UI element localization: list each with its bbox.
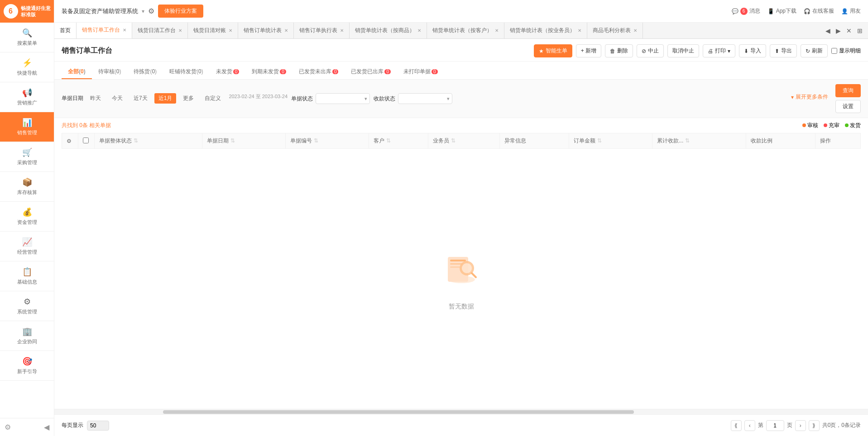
set-button[interactable]: 设置 [835, 100, 861, 113]
tab-cash-reconcile[interactable]: 钱货日清对账 ✕ [188, 23, 238, 39]
sidebar-item-operations[interactable]: 📈 经营管理 [0, 232, 54, 261]
sort-customer-icon[interactable]: ⇅ [386, 137, 391, 144]
tab-maximize-button[interactable]: ⊞ [855, 26, 864, 35]
empty-illustration [439, 243, 484, 297]
sidebar-item-guide[interactable]: 🎯 新手引导 [0, 351, 54, 381]
tab-home[interactable]: 首页 [54, 23, 77, 39]
import-icon: ⬇ [744, 48, 748, 54]
prev-page-button[interactable]: ‹ [744, 420, 755, 431]
horizontal-scrollbar[interactable] [54, 409, 868, 414]
sort-number-icon[interactable]: ⇅ [314, 137, 318, 144]
tab-close-sales-stats[interactable]: ✕ [284, 28, 288, 33]
solution-button[interactable]: 体验行业方案 [158, 5, 203, 18]
tab-close-sales-exec[interactable]: ✕ [340, 28, 344, 33]
tab-close-sales-order[interactable]: ✕ [123, 28, 126, 33]
scrollbar-thumb[interactable] [163, 410, 634, 414]
sort-date-icon[interactable]: ⇅ [230, 137, 235, 144]
query-button[interactable]: 查询 [835, 84, 861, 97]
sidebar-item-inventory[interactable]: 📦 库存核算 [0, 172, 54, 202]
sub-tab-not-printed[interactable]: 未打印单据0 [397, 65, 444, 79]
cancel-stop-button[interactable]: 取消中止 [667, 44, 699, 57]
tab-close-stats-product[interactable]: ✕ [417, 28, 421, 33]
settings-button[interactable]: ⚙ [5, 423, 11, 431]
col-collected: 累计收款...⇅ [652, 133, 746, 149]
show-detail-checkbox[interactable] [831, 48, 837, 54]
tab-close-stats-staff[interactable]: ✕ [578, 28, 581, 33]
date-btn-1month[interactable]: 近1月 [154, 93, 177, 104]
sub-tab-expired-not-shipped[interactable]: 到期未发货0 [245, 65, 293, 79]
tab-next-button[interactable]: ▶ [834, 26, 843, 35]
date-btn-custom[interactable]: 自定义 [201, 93, 225, 104]
topbar-settings-icon[interactable]: ⚙ [148, 7, 154, 15]
tab-close-cash-reconcile[interactable]: ✕ [229, 28, 232, 33]
date-btn-yesterday[interactable]: 昨天 [86, 93, 105, 104]
first-page-button[interactable]: ⟪ [731, 420, 742, 431]
tab-sales-stats-customer[interactable]: 销货单统计表（按客户） ✕ [427, 23, 504, 39]
payment-select[interactable] [398, 93, 452, 104]
sort-amount-icon[interactable]: ⇅ [597, 137, 602, 144]
sub-tab-pending-review[interactable]: 待审核(0) [92, 65, 128, 79]
dropdown-arrow-icon[interactable]: ▾ [142, 8, 144, 14]
status-select[interactable] [316, 93, 370, 104]
tab-sales-stats-product[interactable]: 销货单统计表（按商品） ✕ [350, 23, 427, 39]
sidebar-item-enterprise[interactable]: 🏢 企业协同 [0, 321, 54, 351]
print-button[interactable]: 🖨 打印 ▾ [703, 44, 735, 57]
next-page-button[interactable]: › [795, 420, 806, 431]
sub-tab-shipped-not-out[interactable]: 已发货未出库0 [293, 65, 345, 79]
add-button[interactable]: + 新增 [576, 44, 601, 57]
app-download-button[interactable]: 📱 App下载 [767, 7, 796, 15]
collapse-button[interactable]: ◀ [44, 423, 49, 431]
delete-icon: 🗑 [610, 48, 615, 54]
smart-create-button[interactable]: ★ 智能生单 [534, 44, 572, 57]
sidebar-item-sales[interactable]: 📊 销售管理 [0, 112, 54, 142]
message-button[interactable]: 💬 6 消息 [732, 7, 760, 15]
user-menu[interactable]: 👤 用友 [841, 7, 861, 15]
sidebar-item-system[interactable]: ⚙ 系统管理 [0, 291, 54, 321]
tab-product-margin[interactable]: 商品毛利分析表 ✕ [587, 23, 643, 39]
sort-staff-icon[interactable]: ⇅ [451, 137, 456, 144]
page-size-select[interactable]: 50 100 [87, 421, 109, 431]
date-btn-more[interactable]: 更多 [179, 93, 198, 104]
col-checkbox[interactable] [78, 133, 95, 149]
sidebar-item-search[interactable]: 🔍 搜索菜单 [0, 23, 54, 52]
sub-tab-all[interactable]: 全部(0) [62, 65, 92, 79]
red-dot [824, 123, 827, 127]
online-service-button[interactable]: 🎧 在线客服 [804, 7, 834, 15]
date-btn-today[interactable]: 今天 [108, 93, 127, 104]
tab-cash-daily[interactable]: 钱货日清工作台 ✕ [132, 23, 188, 39]
col-settings[interactable]: ⚙ [62, 133, 78, 149]
tab-prev-button[interactable]: ◀ [824, 26, 832, 35]
select-all-checkbox[interactable] [83, 137, 89, 143]
tabbar-controls: ◀ ▶ ✕ ⊞ [820, 26, 868, 35]
delete-button[interactable]: 🗑 删除 [605, 44, 633, 57]
date-btn-7days[interactable]: 近7天 [129, 93, 152, 104]
sub-tab-shipped-out[interactable]: 已发货已出库0 [345, 65, 397, 79]
stop-button[interactable]: ⊘ 中止 [637, 44, 664, 57]
tab-close-cash-daily[interactable]: ✕ [178, 28, 182, 33]
sidebar-item-purchase[interactable]: 🛒 采购管理 [0, 142, 54, 172]
sort-collected-icon[interactable]: ⇅ [685, 137, 690, 144]
sub-tab-wangpu[interactable]: 旺铺待发货(0) [163, 65, 210, 79]
last-page-button[interactable]: ⟫ [809, 420, 820, 431]
tab-close-stats-customer[interactable]: ✕ [495, 28, 499, 33]
tab-sales-order-workbench[interactable]: 销售订单工作台 ✕ [77, 23, 132, 39]
import-button[interactable]: ⬇ 导入 [739, 44, 766, 57]
tab-sales-order-exec[interactable]: 销售订单执行表 ✕ [294, 23, 350, 39]
print-dropdown-icon[interactable]: ▾ [728, 48, 730, 54]
sub-tab-pending-inspection[interactable]: 待拣货(0) [127, 65, 163, 79]
sub-tab-not-shipped[interactable]: 未发货0 [210, 65, 246, 79]
refresh-button[interactable]: ↻ 刷新 [801, 44, 828, 57]
tab-sales-stats-staff[interactable]: 销货单统计表（按业务员） ✕ [504, 23, 587, 39]
sidebar-item-basic-info[interactable]: 📋 基础信息 [0, 261, 54, 291]
sidebar-item-finance[interactable]: 💰 资金管理 [0, 202, 54, 232]
page-number-input[interactable] [766, 420, 784, 431]
sort-status-icon[interactable]: ⇅ [134, 137, 138, 144]
tab-close-margin[interactable]: ✕ [633, 28, 637, 33]
expand-filter-button[interactable]: ▾ 展开更多条件 [791, 93, 828, 101]
tab-sales-order-stats[interactable]: 销售订单统计表 ✕ [238, 23, 294, 39]
tab-close-all-button[interactable]: ✕ [844, 26, 854, 35]
show-detail-toggle[interactable]: 显示明细 [831, 47, 861, 55]
sidebar-item-quick-nav[interactable]: ⚡ 快捷导航 [0, 52, 54, 82]
export-button[interactable]: ⬆ 导出 [770, 44, 797, 57]
sidebar-item-marketing[interactable]: 📢 营销推广 [0, 82, 54, 112]
